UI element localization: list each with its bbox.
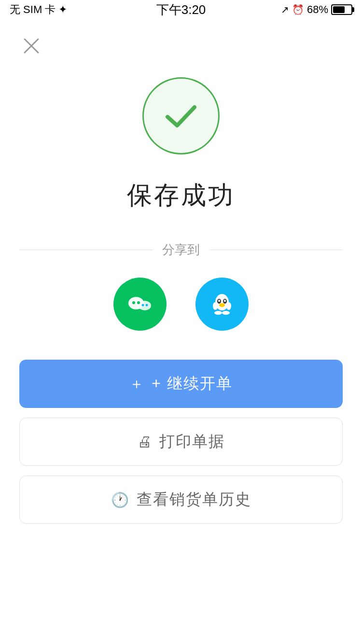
svg-point-4 — [132, 301, 135, 304]
svg-point-5 — [137, 301, 140, 304]
action-buttons: ＋ + 继续开单 🖨 打印单据 🕐 查看销货单历史 — [19, 360, 343, 524]
status-left: 无 SIM 卡 ✦ — [10, 2, 67, 17]
share-label: 分享到 — [162, 241, 200, 258]
clock-icon: 🕐 — [111, 491, 129, 508]
qq-share-button[interactable] — [195, 278, 249, 331]
battery-fill — [333, 6, 345, 13]
share-section: 分享到 — [19, 241, 343, 331]
svg-point-6 — [141, 304, 144, 306]
sim-text: 无 SIM 卡 ✦ — [10, 2, 67, 17]
svg-point-3 — [139, 301, 151, 310]
svg-point-7 — [145, 304, 148, 306]
status-time: 下午3:20 — [156, 1, 206, 18]
battery-icon — [331, 4, 352, 15]
svg-point-16 — [214, 311, 222, 315]
location-icon: ↗ — [281, 4, 289, 15]
svg-point-9 — [213, 302, 218, 310]
close-button[interactable] — [19, 34, 43, 58]
close-icon — [23, 37, 40, 55]
status-bar: 无 SIM 卡 ✦ 下午3:20 ↗ ⏰ 68% — [0, 0, 362, 19]
svg-point-13 — [218, 299, 220, 302]
wechat-share-button[interactable] — [113, 278, 167, 331]
divider-right — [209, 250, 343, 250]
share-icons — [19, 278, 343, 331]
success-title: 保存成功 — [127, 179, 235, 212]
svg-point-15 — [219, 303, 225, 307]
success-circle — [142, 77, 220, 154]
print-button[interactable]: 🖨 打印单据 — [19, 418, 343, 466]
plus-icon: ＋ — [129, 374, 144, 394]
continue-label: + 继续开单 — [152, 373, 233, 394]
print-icon: 🖨 — [137, 434, 152, 450]
divider-left — [19, 250, 153, 250]
continue-button[interactable]: ＋ + 继续开单 — [19, 360, 343, 408]
wechat-icon — [125, 289, 156, 320]
print-label: 打印单据 — [159, 431, 225, 452]
svg-point-14 — [224, 299, 226, 302]
share-divider: 分享到 — [19, 241, 343, 258]
main-content: 保存成功 分享到 — [0, 19, 362, 644]
status-right: ↗ ⏰ 68% — [281, 3, 352, 16]
qq-icon — [207, 289, 238, 320]
battery-percent: 68% — [307, 3, 328, 16]
checkmark-icon — [162, 97, 200, 135]
svg-point-17 — [222, 311, 230, 315]
svg-point-10 — [226, 302, 231, 310]
history-button[interactable]: 🕐 查看销货单历史 — [19, 476, 343, 524]
alarm-icon: ⏰ — [292, 4, 304, 15]
history-label: 查看销货单历史 — [137, 489, 251, 510]
